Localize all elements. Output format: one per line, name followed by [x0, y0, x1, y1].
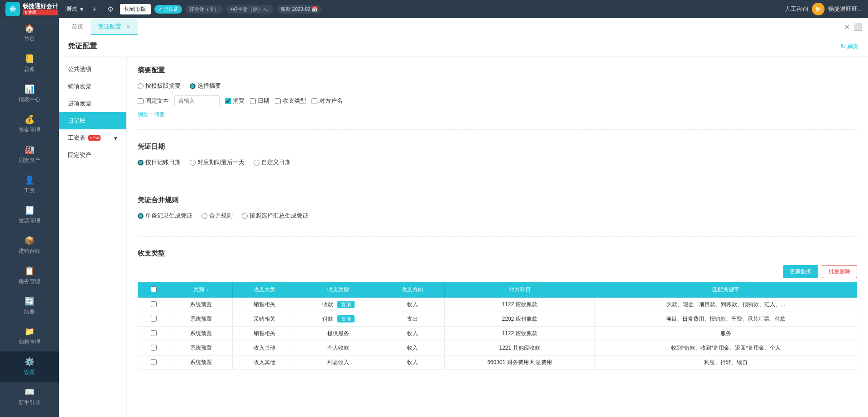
radio-select[interactable]: 选择摘要 [190, 82, 221, 90]
left-nav-purchase-invoice[interactable]: 进项发票 [59, 95, 126, 112]
radio-last-day[interactable]: 对应期间最后一天 [190, 158, 245, 166]
page-title: 凭证配置 [68, 42, 97, 51]
summary-radio-group: 按模板版摘要 选择摘要 [138, 82, 857, 90]
sidebar-item-settings[interactable]: ⚙️ 设置 [0, 351, 59, 382]
top-bar: 会 畅捷通好会计 专业版 测试 ▼ ＋ ⚙ 切到旧版 ✓ 已认证 好会计（专） … [0, 0, 868, 18]
cell-account: 1221 其他应收款 [444, 341, 595, 355]
tab-home[interactable]: 首页 [64, 19, 91, 35]
cell-category: 系统预置 [169, 312, 233, 327]
sidebar-item-salary[interactable]: 👤 工资 [0, 170, 59, 200]
sidebar-item-label: 结账 [24, 308, 35, 316]
sidebar-item-label: 资金管理 [19, 126, 40, 134]
window-close-icon[interactable]: ✕ [844, 23, 850, 31]
income-expense-table: 类别 ↓ 收支大类 收支类型 收支方向 对方科目 匹配关键字 [138, 282, 857, 370]
checkbox-type[interactable]: 收支类型 [275, 97, 306, 105]
merge-rule-radio-group: 单条记录生成凭证 合并规则 按照选择汇总生成凭证 [138, 212, 857, 220]
sidebar-item-ledger[interactable]: 📒 总账 [0, 48, 59, 79]
example-text: 例如：摘要 [138, 111, 857, 118]
salary-icon: 👤 [24, 175, 34, 185]
cell-major: 销售相关 [233, 327, 296, 341]
cell-keywords: 项目、日常费用、报销款、车费、承兑汇票、付款 [595, 312, 857, 327]
tab-close-icon[interactable]: ✕ [126, 24, 130, 30]
left-nav-payroll[interactable]: 工资表 NEW ▾ [59, 129, 126, 147]
radio-summary[interactable]: 按照选择汇总生成凭证 [242, 212, 308, 220]
cell-major: 收入其他 [233, 355, 296, 370]
voucher-date-title: 凭证日期 [138, 142, 857, 151]
sidebar-item-home[interactable]: 🏠 首页 [0, 18, 59, 48]
left-nav-diary[interactable]: 日记账 [59, 112, 126, 129]
plus-icon[interactable]: ＋ [88, 4, 101, 15]
switch-version-button[interactable]: 切到旧版 [120, 4, 151, 14]
checkbox-counterparty[interactable]: 对方户名 [312, 97, 343, 105]
top-tag[interactable]: 置顶 [337, 315, 355, 322]
radio-template[interactable]: 按模板版摘要 [138, 82, 181, 90]
top-tag[interactable]: 置顶 [337, 301, 355, 308]
cell-direction: 支出 [381, 312, 444, 327]
cell-account: 660301 财务费用 利息费用 [444, 355, 595, 370]
checkbox-date[interactable]: 日期 [250, 97, 269, 105]
sidebar-item-guide[interactable]: 📖 新手引导 [0, 382, 59, 412]
top-bar-middle: 测试 ▼ ＋ ⚙ 切到旧版 ✓ 已认证 好会计（专） +好生意（标）+... 账… [65, 4, 785, 15]
radio-custom-date[interactable]: 自定义日期 [254, 158, 291, 166]
sidebar-item-archive[interactable]: 📁 归档管理 [0, 321, 59, 351]
sidebar-item-label: 发票管理 [19, 217, 40, 225]
refresh-button[interactable]: ↻ 刷新 [840, 43, 859, 51]
fixed-text-input[interactable] [174, 95, 220, 106]
cell-major: 采购相关 [233, 312, 296, 327]
cell-category: 系统预置 [169, 298, 233, 312]
cell-category: 系统预置 [169, 341, 233, 355]
sidebar-item-label: 固定资产 [19, 156, 40, 164]
left-nav-fixed-assets[interactable]: 固定资产 [59, 147, 126, 164]
home-icon: 🏠 [24, 24, 34, 33]
cell-keywords: 欠款、现金、项目款、到账款、报销款、汇入、... [595, 298, 857, 312]
tag2: +好生意（标）+... [226, 5, 273, 14]
sidebar-item-label: 总账 [24, 66, 35, 73]
test-label[interactable]: 测试 ▼ [65, 5, 85, 13]
sidebar-item-invoice[interactable]: 🧾 发票管理 [0, 200, 59, 230]
table-row: 系统预置 收入其他 个人收款 收入 1221 其他应收款 收到*借款、收到*备用… [138, 341, 857, 355]
th-category[interactable]: 类别 ↓ [169, 282, 233, 298]
ledger-icon: 📒 [24, 54, 34, 64]
checkbox-summary[interactable]: 摘要 [225, 97, 245, 105]
sidebar-item-close[interactable]: 🔄 结账 [0, 291, 59, 321]
table-row: 系统预置 采购相关 付款 置顶 支出 2202 应付账款 项目、日常费用、报销款… [138, 312, 857, 327]
radio-merge[interactable]: 合并规则 [201, 212, 233, 220]
select-all-checkbox[interactable] [151, 286, 157, 292]
cell-direction: 收入 [381, 355, 444, 370]
tab-voucher-config[interactable]: 凭证配置 ✕ [91, 19, 138, 35]
sidebar-item-reports[interactable]: 📊 报表中心 [0, 79, 59, 109]
sidebar-item-assets[interactable]: 🏭 固定资产 [0, 139, 59, 170]
th-major: 收支大类 [233, 282, 296, 298]
radio-diary-date[interactable]: 按日记账日期 [138, 158, 181, 166]
sidebar-item-inventory[interactable]: 📦 进销台账 [0, 230, 59, 261]
page-body: 公共选项 销项发票 进项发票 日记账 工资表 NEW [59, 57, 868, 417]
voucher-date-radio-group: 按日记账日期 对应期间最后一天 自定义日期 [138, 158, 857, 166]
sidebar-item-funds[interactable]: 💰 资金管理 [0, 109, 59, 139]
sidebar-item-member[interactable]: 👑 畅会员 [0, 412, 59, 417]
summary-config-title: 摘要配置 [138, 66, 857, 75]
gear-icon: ⚙️ [24, 357, 34, 367]
left-nav-public[interactable]: 公共选项 [59, 61, 126, 78]
left-nav-sales-invoice[interactable]: 销项发票 [59, 78, 126, 95]
table-row: 系统预置 收入其他 利息收入 收入 660301 财务费用 利息费用 利息、行转… [138, 355, 857, 370]
merge-rule-section: 凭证合并规则 单条记录生成凭证 合并规则 [138, 196, 857, 237]
checkbox-fixed-text[interactable]: 固定文本 [138, 97, 169, 105]
window-maximize-icon[interactable]: ⬜ [854, 23, 863, 31]
sidebar-item-tax[interactable]: 📋 税务管理 [0, 261, 59, 291]
funds-icon: 💰 [24, 114, 34, 124]
settings-icon[interactable]: ⚙ [105, 4, 116, 14]
logo-title: 畅捷通好会计 [23, 3, 58, 10]
consult-label[interactable]: 人工咨询 [785, 5, 808, 13]
cell-type: 收款 置顶 [296, 298, 381, 312]
radio-single[interactable]: 单条记录生成凭证 [138, 212, 192, 220]
cell-category: 系统预置 [169, 355, 233, 370]
table-header-row: 类别 ↓ 收支大类 收支类型 收支方向 对方科目 匹配关键字 [138, 282, 857, 298]
voucher-date-section: 凭证日期 按日记账日期 对应期间最后一天 [138, 142, 857, 183]
close-accounts-icon: 🔄 [24, 296, 34, 306]
cell-major: 销售相关 [233, 298, 296, 312]
sidebar-item-label: 设置 [24, 369, 35, 376]
batch-delete-button[interactable]: 批量删除 [822, 265, 857, 278]
update-data-button[interactable]: 更新数据 [783, 265, 818, 278]
refresh-icon: ↻ [840, 43, 845, 50]
left-nav: 公共选项 销项发票 进项发票 日记账 工资表 NEW [59, 57, 127, 417]
